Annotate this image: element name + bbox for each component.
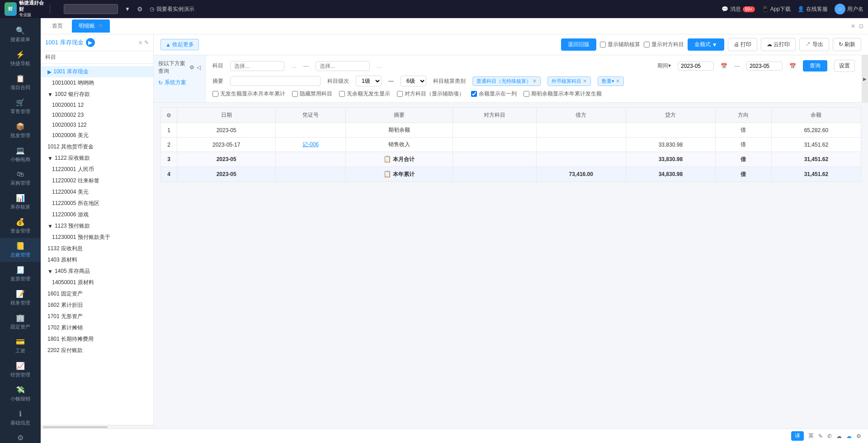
filter-tag-foreign[interactable]: 外币核算科目 ✕ (547, 76, 591, 86)
tag-close-ordinary[interactable]: ✕ (533, 78, 537, 84)
sidebar-item-purchase[interactable]: 🛍 采购管理 (0, 167, 41, 190)
tree-item-11220004[interactable]: 11220004 美元 (41, 186, 153, 198)
tree-item-10020003[interactable]: 10020003 122 (41, 120, 153, 130)
sidebar-item-inventory[interactable]: 📊 库存核算 (0, 190, 41, 214)
tree-item-10020001[interactable]: 10020001 12 (41, 100, 153, 110)
tree-item-10020006[interactable]: 10020006 美元 (41, 130, 153, 141)
subject-more-icon[interactable]: … (291, 63, 297, 69)
tree-item-1601[interactable]: 1601 固定资产 (41, 288, 153, 300)
system-scheme-btn[interactable]: ↻ 系统方案 (158, 79, 201, 86)
tree-item-14050001[interactable]: 14050001 原材料 (41, 277, 153, 288)
col-settings[interactable]: ⚙ (161, 108, 177, 123)
no-occurrence-checkbox[interactable]: 无发生额显示本月本年累计 (212, 90, 285, 98)
query-settings-icon[interactable]: ⚙ (189, 64, 194, 71)
tree-item-1123[interactable]: ▼ 1123 预付账款 (41, 220, 153, 232)
filter-collapse-btn[interactable]: ▶ (862, 55, 868, 102)
settings-icon[interactable]: ⚙ (137, 5, 143, 13)
tree-item-10020002[interactable]: 10020002 23 (41, 110, 153, 120)
period-calendar-icon-2[interactable]: 📅 (789, 63, 796, 69)
tree-item-1002[interactable]: ▼ 1002 银行存款 (41, 89, 153, 100)
subject-more-icon-2[interactable]: … (377, 63, 382, 69)
demo-link[interactable]: ◷ 我要看实例演示 (150, 5, 194, 13)
sidebar-item-system[interactable]: ⚙ 系统管理 (0, 430, 41, 443)
tree-item-1012[interactable]: 1012 其他货币资金 (41, 141, 153, 152)
account-tree[interactable]: ▶ 1001 库存现金 10010001 哟哟哟 ▼ 1002 银行存款 100… (41, 64, 153, 425)
sidebar-item-invoice[interactable]: 🧾 发票管理 (0, 262, 41, 286)
amount-mode-btn[interactable]: 金额式 ▼ (688, 38, 724, 51)
account-sort-icon[interactable]: ≡ (139, 39, 142, 46)
sidebar-item-ledger[interactable]: 📒 总账管理 (0, 238, 41, 262)
period-calendar-icon-1[interactable]: 📅 (721, 63, 727, 69)
filter-tag-quantity[interactable]: 数量▾ ✕ (598, 76, 624, 86)
sidebar-item-payroll[interactable]: 💳 工资 (0, 334, 41, 358)
tree-item-1702[interactable]: 1702 累计摊销 (41, 322, 153, 333)
account-tree-scrollbar[interactable] (41, 425, 153, 429)
export-btn[interactable]: ↗ 导出 (799, 38, 829, 51)
sidebar-item-contract[interactable]: 📋 项目合同 (0, 71, 41, 95)
print-btn[interactable]: 🖨 打印 (728, 38, 757, 51)
sidebar-item-management[interactable]: 📈 经营管理 (0, 358, 41, 382)
tree-item-1405[interactable]: ▼ 1405 库存商品 (41, 266, 153, 277)
subject-input[interactable] (230, 61, 284, 71)
sidebar-item-wholesale[interactable]: 📦 批发管理 (0, 119, 41, 143)
tree-item-11230001[interactable]: 11230001 预付账款美于 (41, 232, 153, 243)
sidebar-item-quick[interactable]: ⚡ 快捷导航 (0, 47, 41, 71)
sidebar-item-tax[interactable]: 📝 税务管理 (0, 286, 41, 310)
tree-item-1122[interactable]: ▼ 1122 应收账款 (41, 152, 153, 164)
no-balance-checkbox[interactable]: 无余额无发生显示 (339, 90, 390, 98)
lang-btn[interactable]: 英 (808, 432, 814, 440)
message-btn[interactable]: 💬 消息 99+ (722, 5, 755, 13)
more-options-btn[interactable]: ▲ 收起更多 (160, 39, 199, 50)
back-to-old-btn[interactable]: 退回旧版 (561, 38, 596, 51)
nav-dropdown-icon[interactable]: ▼ (125, 6, 130, 12)
tab-maximize-icon[interactable]: ⊡ (859, 23, 863, 29)
level-end-select[interactable]: 6级 (401, 76, 426, 86)
query-btn[interactable]: 查询 (803, 60, 827, 71)
app-download-btn[interactable]: 📱 App下载 (762, 5, 791, 13)
tree-item-11220006[interactable]: 11220006 游戏 (41, 209, 153, 220)
subject-input-2[interactable] (316, 61, 370, 71)
sidebar-item-fixed-assets[interactable]: 🏢 固定资产 (0, 310, 41, 334)
opposite-subject-checkbox[interactable]: 对方科目（显示辅助项） (397, 90, 464, 98)
settings-btn[interactable]: 设置 (834, 60, 855, 72)
edit-icon[interactable]: ✎ (818, 433, 823, 439)
bottom-settings-icon[interactable]: ⚙ (856, 433, 861, 439)
period-start-input[interactable] (678, 62, 714, 71)
balance-in-one-col-checkbox[interactable]: 余额显示在一列 (471, 90, 517, 98)
user-avatar[interactable]: U 用户名 (835, 4, 863, 14)
tab-ledger-detail[interactable]: 明细账 ✕ (72, 19, 110, 33)
tab-close-all-icon[interactable]: ✕ (851, 23, 855, 29)
tree-item-11220001[interactable]: 11220001 人民币 (41, 164, 153, 175)
show-assist-checkbox[interactable]: 显示辅助核算 (600, 41, 640, 48)
level-start-select[interactable]: 1级 (356, 76, 382, 86)
top-search-input[interactable] (64, 4, 118, 14)
summary-input[interactable] (230, 76, 321, 86)
cloud-print-btn[interactable]: ☁ 云打印 (761, 38, 796, 51)
phone-icon[interactable]: ✆ (827, 433, 832, 439)
tree-item-1403[interactable]: 1403 原材料 (41, 254, 153, 266)
sidebar-item-basic-info[interactable]: ℹ 基础信息 (0, 406, 41, 430)
sidebar-item-ecommerce[interactable]: 💻 小畅电商 (0, 143, 41, 167)
sidebar-item-retail[interactable]: 🛒 零售管理 (0, 95, 41, 119)
query-collapse-icon[interactable]: ◁ (197, 64, 201, 71)
account-nav-btn[interactable]: ▶ (86, 38, 95, 47)
tree-item-1001[interactable]: ▶ 1001 库存现金 (41, 66, 153, 77)
row-voucher-2[interactable]: 记-006 (276, 138, 345, 152)
sidebar-item-search[interactable]: 🔍 搜索菜单 (0, 23, 41, 47)
period-end-input[interactable] (746, 62, 783, 71)
show-opposite-checkbox[interactable]: 显示对方科目 (644, 41, 684, 48)
tree-item-1701[interactable]: 1701 无形资产 (41, 311, 153, 322)
translate-btn[interactable]: 译 (791, 431, 804, 441)
tag-close-foreign[interactable]: ✕ (583, 78, 587, 84)
sidebar-item-funds[interactable]: 💰 资金管理 (0, 214, 41, 238)
tab-close-icon[interactable]: ✕ (99, 23, 103, 29)
tree-item-1132[interactable]: 1132 应收利息 (41, 243, 153, 254)
tab-home[interactable]: 首页 (45, 19, 70, 33)
cloud-icon-1[interactable]: ☁ (836, 433, 842, 439)
account-edit-icon[interactable]: ✎ (144, 39, 149, 46)
cloud-icon-2[interactable]: ☁ (846, 433, 852, 439)
tree-item-11220005[interactable]: 11220005 所在地区 (41, 198, 153, 209)
tree-item-10010001[interactable]: 10010001 哟哟哟 (41, 77, 153, 89)
tree-item-1602[interactable]: 1602 累计折旧 (41, 300, 153, 311)
tree-item-11220002[interactable]: 11220002 往来标签 (41, 175, 153, 186)
